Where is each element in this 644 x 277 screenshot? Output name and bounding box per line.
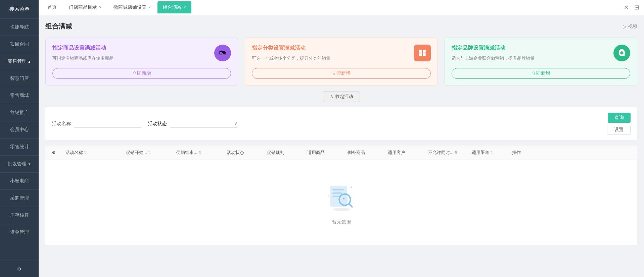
sidebar-item-retail-mall[interactable]: 零售商城 xyxy=(0,87,39,104)
gear-icon: ⚙ xyxy=(17,266,21,272)
sidebar-item-smart-store[interactable]: 智慧门店 xyxy=(0,70,39,87)
close-store-catalog-tab[interactable]: × xyxy=(99,5,101,10)
empty-illustration: ✦ ✦ xyxy=(325,180,358,214)
table-area: ⚙ 活动名称 ⇅ 促销开始... ⇅ 促销结束... ⇅ 活动状态 xyxy=(45,146,637,245)
product-card-desc: 可指定滞销商品或库存较多商品 xyxy=(52,55,231,62)
sidebar-item-retail-stats[interactable]: 零售统计 xyxy=(0,138,39,156)
window-actions: ✕ ⊟ xyxy=(623,2,641,12)
th-action: 操作 xyxy=(509,150,637,156)
activity-status-label: 活动状态 xyxy=(148,121,167,127)
th-channel[interactable]: 适用渠道 ⇅ xyxy=(468,150,509,156)
th-customer: 适用客户 xyxy=(384,150,425,156)
sidebar-item-project-contract[interactable]: 项目合同 xyxy=(0,36,39,53)
category-card-desc: 可选一个或者多个分类，提升分类的销量 xyxy=(252,55,430,62)
query-button[interactable]: 查询 xyxy=(608,113,631,123)
activity-name-field: 活动名称 xyxy=(52,119,141,128)
search-area: 活动名称 活动状态 ∨ 查询 设置 xyxy=(45,107,637,140)
tabs-bar: 首页 门店商品目录 × 微商城店铺设置 × 组合满减 × ✕ ⊟ xyxy=(39,0,644,15)
sort-icon: ⇅ xyxy=(84,151,87,154)
sort-icon: ⇅ xyxy=(490,151,493,154)
sidebar-item-marketing[interactable]: 营销推广 xyxy=(0,104,39,121)
grid-icon xyxy=(414,45,431,61)
sidebar-item-finance-mgmt[interactable]: 资金管理 xyxy=(0,224,39,241)
sidebar-item-inventory-calc[interactable]: 库存核算 xyxy=(0,207,39,224)
sort-icon: ⇅ xyxy=(455,151,457,154)
tab-wechat-store-settings[interactable]: 微商城店铺设置 × xyxy=(108,1,156,13)
sidebar-item-wholesale-mgmt[interactable]: 批发管理 ▼ xyxy=(0,156,39,173)
category-card-add-button[interactable]: 立即新增 xyxy=(252,68,430,79)
bag-icon xyxy=(214,45,231,61)
svg-rect-7 xyxy=(332,192,342,193)
product-card-add-button[interactable]: 立即新增 xyxy=(52,68,231,79)
tab-store-catalog[interactable]: 门店商品目录 × xyxy=(63,1,107,13)
close-wechat-settings-tab[interactable]: × xyxy=(148,5,151,10)
chevron-down-icon: ▼ xyxy=(28,162,31,166)
th-gear[interactable]: ⚙ xyxy=(45,150,62,155)
svg-point-10 xyxy=(341,196,349,203)
window-close-button[interactable]: ✕ xyxy=(623,2,630,12)
empty-text: 暂无数据 xyxy=(332,219,351,225)
activity-name-label: 活动名称 xyxy=(52,121,71,127)
sidebar-settings[interactable]: ⚙ xyxy=(0,261,39,277)
svg-rect-6 xyxy=(332,189,343,190)
th-rule: 促销规则 xyxy=(264,150,304,156)
sidebar-search[interactable]: 搜索菜单 xyxy=(0,0,39,19)
close-combo-discount-tab[interactable]: × xyxy=(184,5,186,10)
product-card-title: 指定商品设置满减活动 xyxy=(52,45,231,52)
collapse-activity-button[interactable]: ∧ 收起活动 xyxy=(323,91,360,102)
svg-rect-0 xyxy=(419,50,422,53)
video-button[interactable]: ▷ 视频 xyxy=(623,23,637,30)
leaf-icon xyxy=(613,45,630,61)
product-activity-card: 指定商品设置满减活动 可指定滞销商品或库存较多商品 立即新增 xyxy=(45,38,238,86)
brand-card-desc: 适合与上游企业联合做营销，提升品牌销量 xyxy=(452,55,630,62)
activity-cards: 指定商品设置满减活动 可指定滞销商品或库存较多商品 立即新增 指定分类设置满减活… xyxy=(45,38,637,86)
empty-state: ✦ ✦ 暂无数据 xyxy=(45,160,637,245)
th-concurrent[interactable]: 不允许同时... ⇅ xyxy=(425,150,468,156)
brand-card-add-button[interactable]: 立即新增 xyxy=(452,68,630,79)
chevron-up-icon: ∧ xyxy=(330,94,333,99)
svg-line-11 xyxy=(349,204,352,207)
sidebar-item-retail-mgmt[interactable]: 零售管理 ▲ xyxy=(0,53,39,70)
sidebar-item-member-center[interactable]: 会员中心 xyxy=(0,121,39,138)
tab-combo-discount[interactable]: 组合满减 × xyxy=(157,1,191,13)
setting-button[interactable]: 设置 xyxy=(607,125,631,135)
sidebar-item-quick-nav[interactable]: 快捷导航 xyxy=(0,19,39,36)
th-goods: 适用商品 xyxy=(304,150,344,156)
brand-card-title: 指定品牌设置满减活动 xyxy=(452,45,630,52)
svg-text:✦: ✦ xyxy=(327,195,329,197)
chevron-down-icon: ∨ xyxy=(234,121,237,126)
category-activity-card: 指定分类设置满减活动 可选一个或者多个分类，提升分类的销量 立即新增 xyxy=(245,38,438,86)
tab-home[interactable]: 首页 xyxy=(42,1,62,13)
page-content: 组合满减 ▷ 视频 指定商品设置满减活动 可指定滞销商品或库存较多商品 立即新增… xyxy=(39,15,644,277)
page-header: 组合满减 ▷ 视频 xyxy=(45,22,637,31)
page-title: 组合满减 xyxy=(45,22,72,31)
window-maximize-button[interactable]: ⊟ xyxy=(633,2,641,12)
svg-rect-3 xyxy=(423,53,426,56)
table-header: ⚙ 活动名称 ⇅ 促销开始... ⇅ 促销结束... ⇅ 活动状态 xyxy=(45,146,637,160)
brand-activity-card: 指定品牌设置满减活动 适合与上游企业联合做营销，提升品牌销量 立即新增 xyxy=(445,38,637,86)
sidebar-item-xiaochangec[interactable]: 小畅电商 xyxy=(0,173,39,190)
settings-icon: ⚙ xyxy=(52,150,56,155)
svg-rect-1 xyxy=(423,50,426,53)
th-start[interactable]: 促销开始... ⇅ xyxy=(123,150,173,156)
th-end[interactable]: 促销结束... ⇅ xyxy=(173,150,223,156)
svg-text:✦: ✦ xyxy=(350,185,353,189)
sort-icon: ⇅ xyxy=(148,151,151,154)
th-status: 活动状态 xyxy=(223,150,264,156)
search-actions: 查询 设置 xyxy=(607,113,631,135)
main-area: 首页 门店商品目录 × 微商城店铺设置 × 组合满减 × ✕ ⊟ 组合满减 ▷ … xyxy=(39,0,644,277)
activity-status-field: 活动状态 ∨ xyxy=(148,119,237,128)
sidebar: 搜索菜单 快捷导航 项目合同 零售管理 ▲ 智慧门店 零售商城 营销推广 会员中… xyxy=(0,0,39,277)
chevron-up-icon: ▲ xyxy=(28,60,31,63)
activity-name-input[interactable] xyxy=(74,119,141,128)
category-card-title: 指定分类设置满减活动 xyxy=(252,45,430,52)
sort-icon: ⇅ xyxy=(198,151,201,154)
th-name[interactable]: 活动名称 ⇅ xyxy=(62,150,123,156)
collapse-bar: ∧ 收起活动 xyxy=(45,91,637,102)
svg-rect-2 xyxy=(419,53,422,56)
sidebar-item-purchase-mgmt[interactable]: 采购管理 xyxy=(0,190,39,207)
th-except: 例外商品 xyxy=(344,150,384,156)
svg-point-12 xyxy=(343,198,344,199)
svg-point-4 xyxy=(333,208,350,211)
activity-status-select[interactable]: ∨ xyxy=(170,119,237,128)
